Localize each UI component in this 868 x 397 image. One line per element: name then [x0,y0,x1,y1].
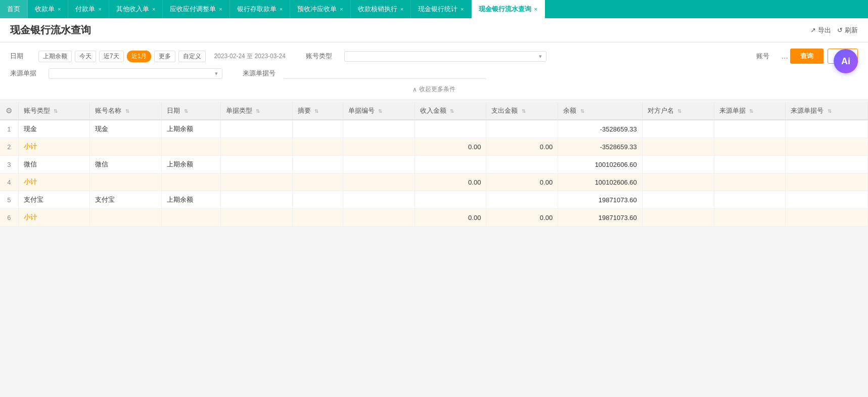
sort-icon[interactable]: ⇅ [184,108,188,114]
col-source-doc: 来源单据 ⇅ [714,102,786,120]
source-doc-no-input-wrap [284,68,486,79]
col-date: 日期 ⇅ [162,102,221,120]
sort-icon[interactable]: ⇅ [125,108,129,114]
col-settings: ⚙ [0,102,18,120]
export-icon: ↗ [810,26,816,34]
source-doc-no-input[interactable] [286,69,484,77]
source-doc-filter-group: 来源单据 ▾ [10,68,222,79]
account-type-label: 账号类型 [306,52,336,61]
date-label: 日期 [10,52,30,61]
sort-icon[interactable]: ⇅ [256,108,260,114]
sort-icon[interactable]: ⇅ [54,108,58,114]
col-doc-type: 单据类型 ⇅ [220,102,292,120]
date-btn-yesterday[interactable]: 上期余额 [38,51,72,62]
refresh-icon: ↺ [837,26,843,34]
col-doc-no: 单据编号 ⇅ [343,102,415,120]
col-balance: 余额 ⇅ [558,102,643,120]
table-container: ⚙ 账号类型 ⇅ 账号名称 ⇅ 日期 ⇅ 单据类型 ⇅ [0,102,868,227]
table-row: 4小计0.000.00100102606.60 [0,173,868,191]
chevron-down-icon: ▾ [215,70,218,77]
filter-row-date: 日期 上期余额 今天 近7天 近1月 更多 自定义 2023-02-24 至 2… [10,49,858,64]
close-icon[interactable]: × [152,6,155,12]
header-actions: ↗ 导出 ↺ 刷新 [810,26,858,35]
close-icon[interactable]: × [340,6,343,12]
nav-bank-deposit[interactable]: 银行存取款单 × [230,0,290,18]
close-icon[interactable]: × [58,6,61,12]
sort-icon[interactable]: ⇅ [450,108,454,114]
source-doc-no-filter-group: 来源单据号 [243,68,858,79]
top-nav: 首页 收款单 × 付款单 × 其他收入单 × 应收应付调整单 × 银行存取款单 … [0,0,868,18]
nav-ar-ap-adjust[interactable]: 应收应付调整单 × [163,0,230,18]
sort-icon[interactable]: ⇅ [749,108,753,114]
account-type-select[interactable]: ▾ [344,51,546,62]
col-expense: 支出金额 ⇅ [486,102,558,120]
sort-icon[interactable]: ⇅ [677,108,681,114]
date-btn-custom[interactable]: 自定义 [178,51,206,62]
nav-home[interactable]: 首页 [0,0,28,18]
source-doc-no-label: 来源单据号 [243,69,276,78]
source-doc-label: 来源单据 [10,69,40,78]
gear-icon[interactable]: ⚙ [6,106,12,115]
page-header: 现金银行流水查询 ↗ 导出 ↺ 刷新 [0,18,868,42]
table-row: 2小计0.000.00-3528659.33 [0,138,868,156]
close-icon[interactable]: × [400,6,403,12]
data-table: ⚙ 账号类型 ⇅ 账号名称 ⇅ 日期 ⇅ 单据类型 ⇅ [0,102,868,227]
date-range: 2023-02-24 至 2023-03-24 [214,52,285,61]
col-account-name: 账号名称 ⇅ [90,102,162,120]
col-counterparty: 对方户名 ⇅ [642,102,714,120]
account-more-dots[interactable]: ... [780,52,790,61]
ai-assistant-button[interactable]: Ai [834,49,858,73]
date-options: 上期余额 今天 近7天 近1月 更多 自定义 [38,51,206,62]
filter-row-source: 来源单据 ▾ 来源单据号 [10,68,858,79]
collapse-icon: ∧ [413,86,417,93]
table-row: 5支付宝支付宝上期余额19871073.60 [0,191,868,209]
date-btn-7days[interactable]: 近7天 [99,51,124,62]
date-btn-today[interactable]: 今天 [75,51,96,62]
page-title: 现金银行流水查询 [10,23,91,37]
sort-icon[interactable]: ⇅ [378,108,382,114]
nav-receipts[interactable]: 收款单 × [28,0,68,18]
sort-icon[interactable]: ⇅ [580,108,584,114]
date-btn-1month[interactable]: 近1月 [127,51,152,62]
date-btn-more[interactable]: 更多 [154,51,175,62]
query-button[interactable]: 查询 [790,49,824,64]
nav-other-income[interactable]: 其他收入单 × [109,0,163,18]
sort-icon[interactable]: ⇅ [522,108,526,114]
sort-icon[interactable]: ⇅ [314,108,318,114]
close-icon[interactable]: × [461,6,464,12]
filter-area: 日期 上期余额 今天 近7天 近1月 更多 自定义 2023-02-24 至 2… [0,42,868,100]
source-doc-select[interactable]: ▾ [49,68,222,79]
chevron-down-icon: ▾ [539,53,542,60]
account-type-filter-group: 账号类型 ▾ [306,51,736,62]
col-account-type: 账号类型 ⇅ [18,102,90,120]
close-icon[interactable]: × [534,6,537,12]
date-filter-group: 日期 上期余额 今天 近7天 近1月 更多 自定义 2023-02-24 至 2… [10,51,286,62]
table-header-row: ⚙ 账号类型 ⇅ 账号名称 ⇅ 日期 ⇅ 单据类型 ⇅ [0,102,868,120]
account-label: 账号 [756,52,771,61]
table-row: 3微信微信上期余额100102606.60 [0,156,868,173]
nav-receipts-verify[interactable]: 收款核销执行 × [351,0,411,18]
account-filter-group: 账号 ... [756,52,790,61]
nav-payments[interactable]: 付款单 × [68,0,109,18]
nav-cash-bank-stats[interactable]: 现金银行统计 × [411,0,471,18]
collapse-bar[interactable]: ∧ 收起更多条件 [10,83,858,96]
close-icon[interactable]: × [98,6,101,12]
table-row: 1现金现金上期余额-3528659.33 [0,120,868,138]
collapse-label: 收起更多条件 [419,85,455,94]
refresh-button[interactable]: ↺ 刷新 [837,26,858,35]
table-row: 6小计0.000.0019871073.60 [0,209,868,227]
nav-prepay-offset[interactable]: 预收冲应收单 × [290,0,350,18]
close-icon[interactable]: × [280,6,283,12]
col-summary: 摘要 ⇅ [292,102,343,120]
nav-cash-bank-flow[interactable]: 现金银行流水查询 × [472,0,545,18]
sort-icon[interactable]: ⇅ [828,108,832,114]
col-income: 收入金额 ⇅ [415,102,486,120]
col-source-doc-no: 来源单据号 ⇅ [786,102,868,120]
close-icon[interactable]: × [219,6,222,12]
export-button[interactable]: ↗ 导出 [810,26,831,35]
